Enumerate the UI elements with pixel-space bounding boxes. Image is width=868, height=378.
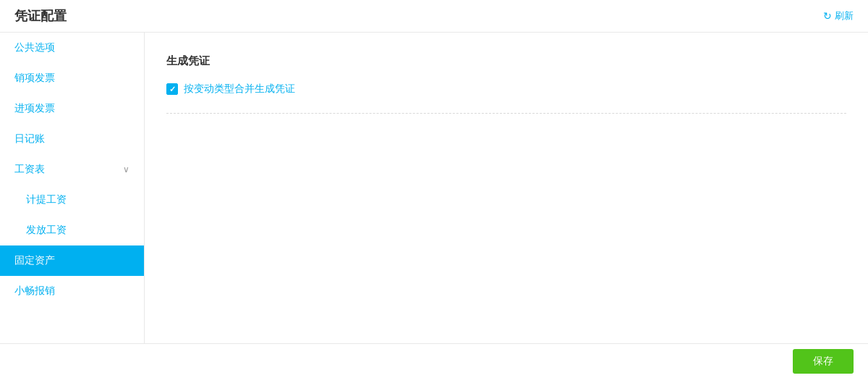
sidebar: 公共选项销项发票进项发票日记账工资表∨计提工资发放工资固定资产小畅报销	[0, 33, 145, 378]
sidebar-item-label: 销项发票	[14, 72, 55, 85]
section-title: 生成凭证	[166, 54, 846, 68]
sidebar-item-label: 进项发票	[14, 102, 55, 115]
header: 凭证配置 ↻ 刷新	[0, 0, 868, 33]
sidebar-item-label: 固定资产	[14, 254, 55, 267]
merge-checkbox-label[interactable]: 按变动类型合并生成凭证	[184, 83, 295, 96]
sidebar-item-label: 日记账	[14, 133, 45, 146]
sidebar-item-payroll[interactable]: 工资表∨	[0, 154, 144, 185]
sidebar-item-label: 计提工资	[26, 193, 67, 206]
merge-checkbox[interactable]	[166, 83, 178, 95]
sidebar-item-label: 发放工资	[26, 224, 67, 237]
sidebar-item-purchase-invoice[interactable]: 进项发票	[0, 93, 144, 124]
sidebar-item-label: 公共选项	[14, 41, 55, 54]
main-layout: 公共选项销项发票进项发票日记账工资表∨计提工资发放工资固定资产小畅报销 生成凭证…	[0, 33, 868, 378]
footer: 保存	[0, 343, 868, 378]
sidebar-item-label: 工资表	[14, 163, 45, 176]
refresh-label: 刷新	[835, 9, 854, 22]
sidebar-item-label: 小畅报销	[14, 285, 55, 298]
sidebar-item-fixed-assets[interactable]: 固定资产	[0, 245, 144, 276]
sidebar-item-journal[interactable]: 日记账	[0, 124, 144, 154]
divider	[166, 113, 846, 114]
sidebar-item-expense-report[interactable]: 小畅报销	[0, 276, 144, 306]
checkbox-row: 按变动类型合并生成凭证	[166, 83, 846, 96]
sidebar-item-commission[interactable]: 计提工资	[0, 185, 144, 215]
main-content: 生成凭证 按变动类型合并生成凭证	[145, 33, 868, 378]
save-button[interactable]: 保存	[793, 349, 854, 374]
sidebar-item-distribute[interactable]: 发放工资	[0, 215, 144, 245]
chevron-down-icon: ∨	[123, 164, 129, 175]
page-title: 凭证配置	[14, 7, 67, 25]
refresh-button[interactable]: ↻ 刷新	[823, 9, 854, 22]
sidebar-item-sales-invoice[interactable]: 销项发票	[0, 63, 144, 93]
sidebar-item-public-options[interactable]: 公共选项	[0, 33, 144, 63]
refresh-icon: ↻	[823, 10, 832, 22]
